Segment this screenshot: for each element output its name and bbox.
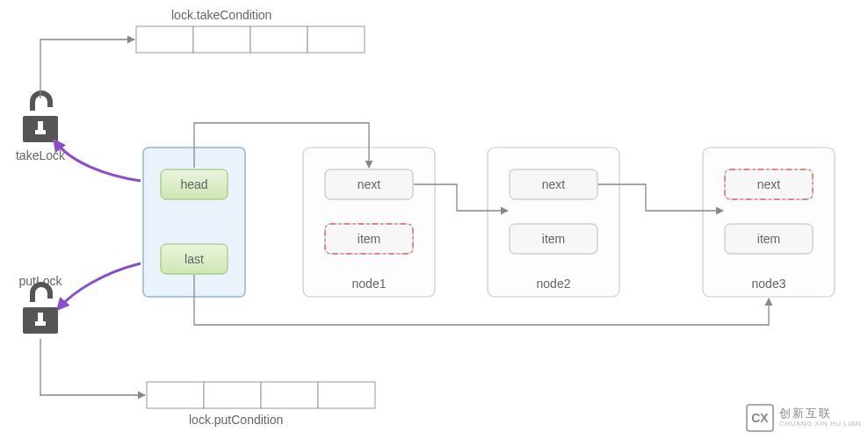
node3: next item node3 <box>703 148 835 297</box>
svg-rect-1 <box>193 26 250 53</box>
last-label: last <box>184 252 204 266</box>
head-label: head <box>180 177 207 191</box>
node2-item-label: item <box>542 232 565 246</box>
node1-title: node1 <box>352 277 387 291</box>
take-lock-label: takeLock <box>16 148 66 162</box>
svg-rect-13 <box>318 382 375 408</box>
watermark: CX 创新互联 CHUANG XIN HU LIAN <box>746 404 861 432</box>
svg-rect-3 <box>307 26 365 53</box>
svg-rect-12 <box>261 382 318 408</box>
svg-rect-9 <box>35 321 46 326</box>
put-condition-queue: lock.putCondition <box>147 382 375 427</box>
watermark-line1: 创新互联 <box>779 407 861 420</box>
svg-rect-5 <box>38 121 43 130</box>
arrow-putlock-to-condition <box>40 339 145 395</box>
watermark-line2: CHUANG XIN HU LIAN <box>779 421 861 428</box>
queue-box: head last <box>143 148 245 297</box>
svg-rect-6 <box>35 130 46 134</box>
node3-next-label: next <box>757 177 781 191</box>
node1: next item node1 <box>303 148 435 297</box>
watermark-badge: CX <box>746 404 774 432</box>
purple-arrow-take <box>54 140 141 181</box>
take-condition-label: lock.takeCondition <box>171 8 271 22</box>
svg-rect-2 <box>250 26 307 53</box>
node3-item-label: item <box>757 232 780 246</box>
take-condition-queue: lock.takeCondition <box>136 8 365 53</box>
diagram-canvas: lock.takeCondition takeLock putLock lock… <box>0 0 868 439</box>
node1-item-label: item <box>358 232 380 246</box>
arrow-last-to-node3 <box>194 275 769 325</box>
node2-next-label: next <box>542 177 566 191</box>
svg-rect-10 <box>147 382 204 408</box>
put-lock <box>23 282 58 334</box>
node2: next item node2 <box>488 148 619 297</box>
put-condition-label: lock.putCondition <box>189 413 283 427</box>
purple-arrow-put <box>58 263 141 309</box>
svg-rect-11 <box>204 382 261 408</box>
arrow-takelock-to-condition <box>40 40 134 98</box>
node2-title: node2 <box>537 277 571 291</box>
svg-rect-0 <box>136 26 193 53</box>
svg-rect-8 <box>38 313 43 321</box>
node1-next-label: next <box>358 177 381 191</box>
node3-title: node3 <box>752 277 786 291</box>
